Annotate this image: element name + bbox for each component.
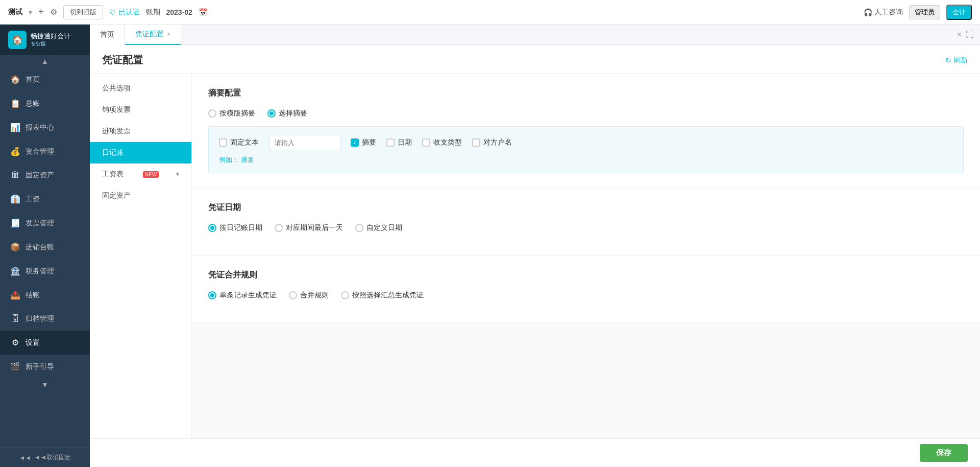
- period-last-radio[interactable]: [275, 224, 283, 232]
- cancel-pin-button[interactable]: ◄◄ ◄◄取消固定: [0, 448, 90, 467]
- select-summary-option[interactable]: 按照选择汇总生成凭证: [341, 291, 424, 300]
- merge-rule-option[interactable]: 合并规则: [289, 291, 329, 300]
- sidebar-label-checkout: 结账: [26, 291, 40, 300]
- date-section: 凭证日期 按日记账日期 对应期间最后一天: [192, 188, 980, 255]
- left-nav-label-sales-invoice: 销项发票: [102, 105, 131, 114]
- summary-select-radio[interactable]: [267, 109, 276, 118]
- sidebar-item-cashflow[interactable]: 💰 资金管理: [0, 139, 90, 164]
- left-nav-label-journal: 日记账: [102, 148, 124, 157]
- logo-edition: 专业版: [31, 40, 70, 48]
- example-prefix: 例如：: [219, 156, 239, 164]
- left-nav-item-purchase-invoice[interactable]: 进项发票: [90, 121, 191, 142]
- tab-close-button[interactable]: ×: [957, 30, 962, 39]
- headset-icon: 🎧: [864, 8, 872, 16]
- sidebar-label-tax: 税务管理: [26, 267, 54, 276]
- summary-select-option[interactable]: 选择摘要: [267, 109, 307, 118]
- date-checkbox[interactable]: [386, 138, 395, 147]
- custom-date-radio[interactable]: [355, 224, 363, 232]
- sidebar-item-purchase-sales[interactable]: 📦 进销台账: [0, 235, 90, 259]
- select-summary-label: 按照选择汇总生成凭证: [352, 291, 424, 300]
- left-nav: 公共选项 销项发票 进项发票 日记账 工资表 NEW ▾: [90, 74, 192, 438]
- sidebar-item-checkout[interactable]: 📤 结账: [0, 283, 90, 307]
- dropdown-icon[interactable]: ▾: [29, 8, 32, 16]
- pay-type-checkbox-item[interactable]: 收支类型: [422, 138, 462, 147]
- counterpart-checkbox[interactable]: [472, 138, 480, 147]
- tab-voucher-label: 凭证配置: [135, 30, 164, 39]
- sidebar-scroll-down[interactable]: ▼: [0, 379, 90, 391]
- support-button[interactable]: 🎧 人工咨询: [864, 8, 903, 17]
- merge-rule-radio[interactable]: [289, 291, 297, 299]
- settings-icon: ⚙: [10, 338, 20, 347]
- sidebar-item-home[interactable]: 🏠 首页: [0, 67, 90, 91]
- period-last-option[interactable]: 对应期间最后一天: [275, 223, 343, 232]
- sidebar-item-archive[interactable]: 🗄 归档管理: [0, 307, 90, 331]
- sidebar-scroll-up[interactable]: ▲: [0, 55, 90, 67]
- select-summary-radio[interactable]: [341, 291, 349, 299]
- sidebar-label-home: 首页: [26, 75, 40, 84]
- left-nav-item-fixed-assets[interactable]: 固定资产: [90, 185, 191, 206]
- single-radio[interactable]: [208, 291, 216, 299]
- assets-icon: 🏛: [10, 171, 20, 180]
- sidebar-label-reports: 报表中心: [26, 123, 54, 132]
- sidebar-label-settings: 设置: [26, 338, 40, 347]
- left-nav-item-payroll-table[interactable]: 工资表 NEW ▾: [90, 164, 191, 185]
- sidebar-item-reports[interactable]: 📊 报表中心: [0, 115, 90, 139]
- pay-type-checkbox-label: 收支类型: [433, 138, 462, 147]
- sidebar-item-payroll[interactable]: 👔 工资: [0, 187, 90, 211]
- summary-checkbox-item[interactable]: 摘要: [351, 138, 376, 147]
- summary-checkbox[interactable]: [351, 138, 359, 147]
- summary-template-option[interactable]: 按模版摘要: [208, 109, 255, 118]
- journal-date-option[interactable]: 按日记账日期: [208, 223, 262, 232]
- journal-date-radio[interactable]: [208, 224, 216, 232]
- sidebar-item-tax[interactable]: 🏦 税务管理: [0, 259, 90, 283]
- sidebar-logo: 🏠 畅捷通好会计 专业版: [0, 25, 90, 55]
- left-nav-item-sales-invoice[interactable]: 销项发票: [90, 99, 191, 121]
- sidebar-item-invoice[interactable]: 🧾 发票管理: [0, 211, 90, 235]
- summary-template-label: 按模版摘要: [219, 109, 255, 118]
- counterpart-checkbox-item[interactable]: 对方户名: [472, 138, 512, 147]
- tab-voucher-config[interactable]: 凭证配置 ×: [125, 25, 181, 45]
- accountant-button[interactable]: 会计: [946, 5, 972, 20]
- left-nav-item-public[interactable]: 公共选项: [90, 78, 191, 99]
- single-option[interactable]: 单条记录生成凭证: [208, 291, 277, 300]
- sidebar-scroll: ▲ 🏠 首页 📋 总账 📊 报表中心 💰 资金管理 🏛 固定资产: [0, 55, 90, 448]
- sidebar-item-guide[interactable]: 🎬 新手引导: [0, 355, 90, 379]
- admin-button[interactable]: 管理员: [909, 5, 940, 19]
- fixed-text-checkbox-item[interactable]: 固定文本: [219, 138, 259, 147]
- shield-icon: 🛡: [109, 8, 116, 16]
- save-button[interactable]: 保存: [920, 444, 968, 462]
- calendar-icon[interactable]: 📅: [199, 8, 207, 16]
- left-nav-item-journal[interactable]: 日记账: [90, 142, 191, 164]
- pay-type-checkbox[interactable]: [422, 138, 430, 147]
- two-column-layout: 公共选项 销项发票 进项发票 日记账 工资表 NEW ▾: [90, 74, 980, 438]
- page-title: 凭证配置: [102, 53, 143, 67]
- fixed-text-input[interactable]: [269, 135, 340, 150]
- sidebar-item-settings[interactable]: ⚙ 设置: [0, 331, 90, 355]
- sidebar-item-assets[interactable]: 🏛 固定资产: [0, 164, 90, 187]
- cancel-pin-label: ◄◄取消固定: [34, 453, 71, 462]
- add-icon[interactable]: +: [38, 7, 44, 17]
- logo-icon: 🏠: [8, 31, 27, 49]
- old-version-button[interactable]: 切到旧版: [63, 5, 103, 19]
- tab-close-icon[interactable]: ×: [167, 31, 170, 38]
- sidebar-label-payroll: 工资: [26, 195, 40, 204]
- merge-section: 凭证合并规则 单条记录生成凭证 合并规则: [192, 255, 980, 323]
- period-value: 2023-02: [166, 8, 192, 16]
- company-name: 测试: [8, 8, 22, 17]
- tab-home[interactable]: 首页: [90, 25, 125, 45]
- tab-bar: 首页 凭证配置 × × ⛶: [90, 25, 980, 45]
- tab-expand-button[interactable]: ⛶: [966, 30, 974, 39]
- custom-date-option[interactable]: 自定义日期: [355, 223, 402, 232]
- summary-checkbox-row: 固定文本 摘要: [219, 135, 953, 150]
- purchase-sales-icon: 📦: [10, 242, 20, 252]
- fixed-text-checkbox[interactable]: [219, 138, 227, 147]
- date-checkbox-label: 日期: [398, 138, 412, 147]
- pin-icon: ◄◄: [19, 454, 31, 461]
- date-checkbox-item[interactable]: 日期: [386, 138, 412, 147]
- refresh-button[interactable]: ↻ 刷新: [945, 56, 968, 65]
- summary-template-radio[interactable]: [208, 109, 216, 118]
- sidebar-label-archive: 归档管理: [26, 314, 54, 323]
- single-label: 单条记录生成凭证: [219, 291, 277, 300]
- sidebar-item-ledger[interactable]: 📋 总账: [0, 91, 90, 115]
- gear-icon[interactable]: ⚙: [50, 7, 57, 17]
